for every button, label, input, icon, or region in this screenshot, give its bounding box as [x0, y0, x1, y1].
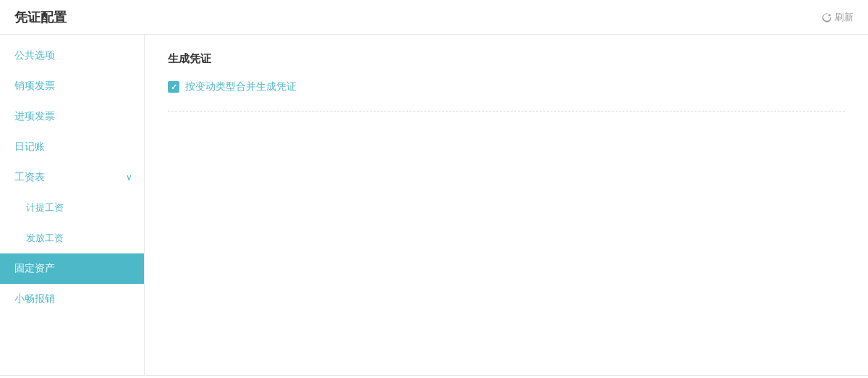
header: 凭证配置 刷新 — [0, 0, 868, 35]
sidebar-item-payroll-table[interactable]: 工资表 ∨ — [0, 162, 144, 193]
content-area: 生成凭证 按变动类型合并生成凭证 — [145, 35, 868, 375]
checkbox-label: 按变动类型合并生成凭证 — [185, 80, 297, 93]
refresh-icon — [822, 12, 832, 22]
sidebar-item-purchase-invoice[interactable]: 进项发票 — [0, 101, 144, 132]
main-layout: 公共选项 销项发票 进项发票 日记账 工资表 ∨ 计提工资 发放工资 固定资 — [0, 35, 868, 375]
checkbox-row: 按变动类型合并生成凭证 — [168, 80, 845, 93]
sidebar-item-pay-payroll[interactable]: 发放工资 — [0, 223, 144, 253]
sidebar-item-sales-invoice[interactable]: 销项发票 — [0, 71, 144, 101]
sidebar-item-petty-expense[interactable]: 小畅报销 — [0, 284, 144, 314]
refresh-button[interactable]: 刷新 — [822, 11, 854, 24]
section-divider — [168, 111, 845, 112]
page-wrapper: 凭证配置 刷新 公共选项 销项发票 进项发票 日记账 工资表 — [0, 0, 868, 378]
sidebar-item-fixed-assets[interactable]: 固定资产 — [0, 253, 144, 284]
merge-by-type-checkbox[interactable] — [168, 81, 179, 93]
sidebar-item-public-options[interactable]: 公共选项 — [0, 41, 144, 71]
sidebar: 公共选项 销项发票 进项发票 日记账 工资表 ∨ 计提工资 发放工资 固定资 — [0, 35, 145, 375]
sidebar-item-journal[interactable]: 日记账 — [0, 132, 144, 162]
footer: 保存 — [0, 375, 868, 378]
sidebar-item-commission-payroll[interactable]: 计提工资 — [0, 193, 144, 223]
section-title: 生成凭证 — [168, 52, 845, 66]
chevron-down-icon: ∨ — [126, 172, 132, 182]
refresh-label: 刷新 — [835, 11, 854, 24]
page-title: 凭证配置 — [14, 9, 67, 26]
